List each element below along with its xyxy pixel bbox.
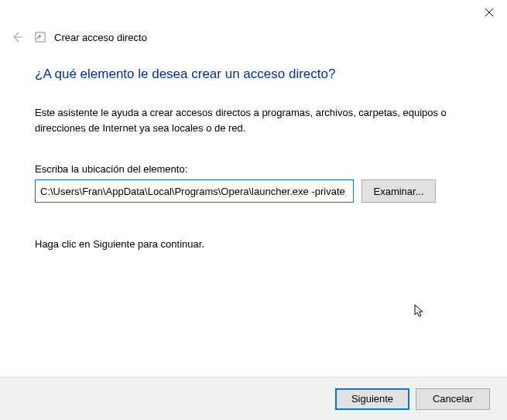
close-button[interactable] [484, 7, 495, 18]
location-input[interactable] [35, 179, 354, 203]
close-icon [485, 8, 494, 17]
next-button[interactable]: Siguiente [335, 388, 409, 410]
back-button [8, 28, 26, 46]
location-label: Escriba la ubicación del elemento: [35, 163, 472, 175]
input-row: Examinar... [35, 179, 472, 203]
arrow-left-icon [10, 30, 24, 44]
titlebar [0, 0, 507, 25]
cursor-icon [414, 304, 426, 322]
description-text: Este asistente le ayuda a crear accesos … [35, 105, 468, 135]
page-heading: ¿A qué elemento le desea crear un acceso… [35, 67, 472, 82]
instruction-text: Haga clic en Siguiente para continuar. [35, 238, 472, 250]
header-row: Crear acceso directo [0, 25, 507, 50]
content-area: ¿A qué elemento le desea crear un acceso… [0, 50, 507, 250]
wizard-title: Crear acceso directo [54, 32, 147, 43]
shortcut-wizard-icon [34, 31, 46, 43]
browse-button[interactable]: Examinar... [361, 179, 436, 203]
cancel-button[interactable]: Cancelar [416, 388, 490, 410]
footer: Siguiente Cancelar [0, 377, 507, 420]
